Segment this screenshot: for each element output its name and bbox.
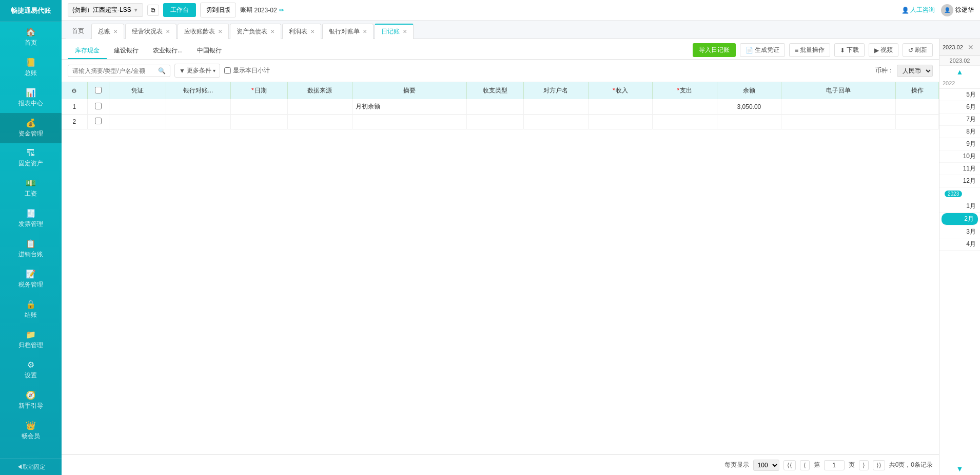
sidebar-item-tax[interactable]: 📝 税务管理 xyxy=(0,264,62,294)
tab-journal-close[interactable]: ✕ xyxy=(403,29,407,34)
company-name: (勿删）江西超宝-LSS xyxy=(72,6,131,14)
invoice-icon: 🧾 xyxy=(26,208,36,218)
col-income: 收入 xyxy=(588,82,652,99)
copy-button[interactable]: ⧉ xyxy=(147,5,159,16)
month-2022-12[interactable]: 12月 xyxy=(939,175,980,187)
search-input[interactable] xyxy=(72,67,156,74)
month-2023-3[interactable]: 3月 xyxy=(939,226,980,238)
page-input[interactable]: 1 xyxy=(824,460,845,470)
month-2023-2[interactable]: 2月 xyxy=(942,213,978,225)
month-2022-11[interactable]: 11月 xyxy=(939,163,980,175)
panel-year-display: 2023.02 xyxy=(939,56,980,66)
tab-receivable[interactable]: 应收账龄表 ✕ xyxy=(178,24,229,39)
row-bank xyxy=(166,115,230,129)
company-selector[interactable]: (勿删）江西超宝-LSS ▼ xyxy=(68,3,143,17)
last-page-button[interactable]: ⟩⟩ xyxy=(873,460,885,470)
video-button[interactable]: ▶ 视频 xyxy=(869,43,898,57)
tab-assets-close[interactable]: ✕ xyxy=(270,29,275,34)
month-2022-6[interactable]: 6月 xyxy=(939,101,980,113)
tab-profit-close[interactable]: ✕ xyxy=(310,29,315,34)
sidebar-item-label: 税务管理 xyxy=(18,280,43,289)
month-2022-8[interactable]: 8月 xyxy=(939,126,980,138)
workspace-button[interactable]: 工作台 xyxy=(163,3,196,17)
search-icon[interactable]: 🔍 xyxy=(158,67,166,74)
sidebar-item-home[interactable]: 🏠 首页 xyxy=(0,22,62,52)
batch-button[interactable]: ≡ 批量操作 xyxy=(789,43,830,57)
col-electronic: 电子回单 xyxy=(781,82,896,99)
panel-up-arrow[interactable]: ▲ xyxy=(939,66,980,78)
sidebar-item-cashier[interactable]: 💰 资金管理 xyxy=(0,113,62,143)
show-daily-subtotal[interactable]: 显示本日小计 xyxy=(224,66,270,75)
next-page-button[interactable]: ⟩ xyxy=(859,460,869,470)
row-income xyxy=(588,115,652,129)
sidebar-item-settings[interactable]: ⚙ 设置 xyxy=(0,355,62,385)
sidebar-item-invoice[interactable]: 🧾 发票管理 xyxy=(0,203,62,234)
panel-down-arrow[interactable]: ▼ xyxy=(939,463,980,475)
sidebar-toggle[interactable]: ◀取消固定 xyxy=(0,459,62,475)
import-journal-button[interactable]: 导入日记账 xyxy=(693,43,736,57)
subtab-jianshe[interactable]: 建设银行 xyxy=(107,43,146,59)
search-box[interactable]: 🔍 xyxy=(68,65,170,77)
panel-months-scroll: 2022 5月 6月 7月 8月 9月 10月 11月 12月 2023 1月 … xyxy=(939,78,980,463)
month-2022-9[interactable]: 9月 xyxy=(939,138,980,150)
sidebar-item-close[interactable]: 🔒 结账 xyxy=(0,294,62,325)
tab-journal[interactable]: 日记账 ✕ xyxy=(375,24,414,39)
sidebar-item-archive[interactable]: 📁 归档管理 xyxy=(0,325,62,355)
period-edit-icon[interactable]: ✏ xyxy=(279,7,284,14)
subtab-cash[interactable]: 库存现金 xyxy=(68,43,107,59)
subtab-nongye[interactable]: 农业银行... xyxy=(146,43,190,59)
sidebar-item-reports[interactable]: 📊 报表中心 xyxy=(0,83,62,113)
month-2023-4[interactable]: 4月 xyxy=(939,238,980,251)
month-2022-7[interactable]: 7月 xyxy=(939,113,980,126)
first-page-button[interactable]: ⟨⟨ xyxy=(783,460,796,470)
sidebar-item-fixed[interactable]: 🏗 固定资产 xyxy=(0,143,62,173)
tab-home[interactable]: 首页 xyxy=(66,24,90,39)
refresh-button[interactable]: ↺ 刷新 xyxy=(903,43,933,57)
app-logo: 畅捷通易代账 xyxy=(0,0,62,22)
sidebar-item-label: 归档管理 xyxy=(18,341,43,350)
prev-page-button[interactable]: ⟨ xyxy=(800,460,810,470)
sidebar-item-ledger[interactable]: 📒 总账 xyxy=(0,52,62,83)
tab-bank[interactable]: 银行对账单 ✕ xyxy=(322,24,374,39)
tab-receivable-close[interactable]: ✕ xyxy=(218,29,222,34)
row-bank xyxy=(166,99,230,115)
panel-close-button[interactable]: ✕ xyxy=(965,41,977,53)
sidebar-item-member[interactable]: 👑 畅会员 xyxy=(0,415,62,446)
col-check[interactable] xyxy=(87,82,109,99)
sidebar-item-salary[interactable]: 💵 工资 xyxy=(0,173,62,203)
gen-voucher-button[interactable]: 📄 生成凭证 xyxy=(740,43,785,57)
select-all-checkbox[interactable] xyxy=(95,87,102,93)
tab-business[interactable]: 经营状况表 ✕ xyxy=(125,24,177,39)
row-check[interactable] xyxy=(87,115,109,129)
row-num: 1 xyxy=(62,99,87,115)
show-daily-checkbox[interactable] xyxy=(224,67,231,74)
filter-button[interactable]: ▼ 更多条件 ▾ xyxy=(174,64,220,78)
sidebar-item-guide[interactable]: 🧭 新手引导 xyxy=(0,385,62,415)
sidebar-item-sales[interactable]: 📋 进销台账 xyxy=(0,234,62,264)
tab-ledger-close[interactable]: ✕ xyxy=(113,29,117,34)
help-link[interactable]: 👤 人工咨询 xyxy=(901,6,935,14)
row-summary: 月初余额 xyxy=(352,99,466,115)
download-button[interactable]: ⬇ 下载 xyxy=(834,43,865,57)
tab-ledger[interactable]: 总账 ✕ xyxy=(91,24,124,39)
month-2023-1[interactable]: 1月 xyxy=(939,200,980,213)
month-2022-5[interactable]: 5月 xyxy=(939,89,980,101)
subtab-zhongguo[interactable]: 中国银行 xyxy=(190,43,229,59)
per-page-select[interactable]: 100 xyxy=(753,460,779,471)
row-check[interactable] xyxy=(87,99,109,115)
ledger-icon: 📒 xyxy=(26,58,36,67)
year-group-2022: 2022 xyxy=(939,78,980,89)
col-settings[interactable]: ⚙ xyxy=(62,82,87,99)
old-version-button[interactable]: 切到旧版 xyxy=(200,3,236,17)
currency-select[interactable]: 人民币 xyxy=(897,65,933,77)
tab-assets[interactable]: 资产负债表 ✕ xyxy=(230,24,281,39)
user-info[interactable]: 👤 徐逻华 xyxy=(941,4,974,16)
col-source: 数据来源 xyxy=(288,82,352,99)
row-date xyxy=(230,115,288,129)
tab-profit[interactable]: 利润表 ✕ xyxy=(282,24,321,39)
row-expense xyxy=(653,99,717,115)
month-2022-10[interactable]: 10月 xyxy=(939,150,980,163)
tab-bank-close[interactable]: ✕ xyxy=(363,29,367,34)
account-subtabs: 库存现金 建设银行 农业银行... 中国银行 导入日记账 📄 生成凭证 ≡ 批量… xyxy=(62,39,939,60)
tab-business-close[interactable]: ✕ xyxy=(166,29,170,34)
